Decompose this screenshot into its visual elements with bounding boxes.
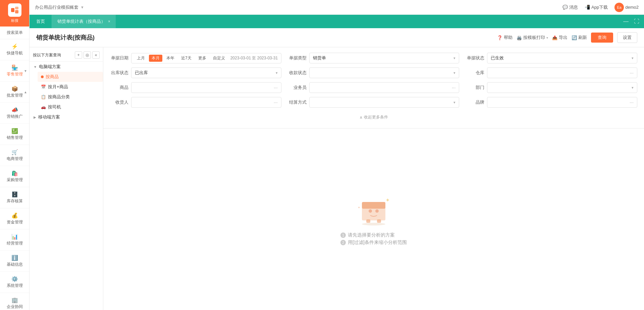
user-menu-button[interactable]: Ea demo2 — [614, 3, 639, 12]
sidebar-logo: 标搜 — [0, 0, 29, 27]
tree-item-category-label: 按商品分类 — [48, 94, 70, 100]
avatar: Ea — [614, 3, 624, 12]
quick-nav-label: 快捷导航 — [7, 50, 23, 56]
sidebar-item-marketing[interactable]: 📣 营销推广 — [0, 103, 29, 124]
svg-rect-4 — [362, 202, 385, 209]
print-button[interactable]: 🖨️ 按模板打印 ▾ — [517, 35, 548, 41]
date-label: 单据日期 — [110, 55, 128, 61]
search-menu-label[interactable]: 搜索菜单 — [7, 30, 23, 36]
sidebar-item-purchase[interactable]: 🛍️ 采购管理 — [0, 166, 29, 187]
type-dropdown-icon: ▾ — [453, 56, 455, 60]
warehouse-control[interactable]: ··· — [487, 67, 637, 78]
status-control[interactable]: 已生效 ▾ — [487, 53, 637, 63]
filter-goods-item: 商品 ··· — [110, 82, 281, 93]
sidebar-item-inventory[interactable]: 🗄️ 库存核算 — [0, 187, 29, 208]
date-btn-this-month[interactable]: 本月 — [149, 55, 162, 62]
industry-label: 办公用品行业模拟账套 — [35, 4, 78, 10]
retail-icon: 🏪 — [11, 64, 18, 71]
inventory-label: 库存核算 — [7, 198, 23, 204]
edit-scheme-button[interactable]: ◎ — [84, 51, 91, 59]
type-control[interactable]: 销货单 ▾ — [309, 53, 460, 63]
tab-minimize-icon[interactable]: — — [622, 17, 630, 26]
date-btn-this-year[interactable]: 本年 — [164, 55, 177, 62]
sidebar-item-basic[interactable]: ℹ️ 基础信息 — [0, 251, 29, 272]
download-icon: 📲 — [585, 5, 590, 10]
sidebar-item-retail[interactable]: 🏪 零售管理 ▼ — [0, 60, 29, 82]
tree-item-by-goods[interactable]: 按商品 — [38, 72, 103, 82]
outbound-control[interactable]: 已出库 ▾ — [131, 67, 281, 78]
filter-date-item: 单据日期 上月 本月 本年 近7天 更多 自定义 2023-03-01 至 20… — [110, 53, 281, 63]
user-name-label: demo2 — [625, 5, 639, 10]
collapse-panel-button[interactable]: « — [92, 51, 100, 59]
refresh-button[interactable]: 🔄 刷新 — [572, 35, 587, 41]
tree-item-by-category[interactable]: 📋 按商品分类 — [38, 92, 103, 102]
brand-control[interactable]: ··· — [487, 97, 637, 108]
sidebar-item-wholesale[interactable]: 📦 批发管理 ▲ — [0, 82, 29, 103]
staff-label: 业务员 — [288, 85, 307, 91]
receiver-dots-icon[interactable]: ··· — [274, 100, 278, 105]
tab-home[interactable]: 首页 — [30, 15, 52, 28]
empty-state: ✦ ✦ 1 请先选择要分析的方案 2 用[过滤]条件来缩小分析范围 — [103, 128, 644, 310]
filter-row-3: 商品 ··· 业务员 ··· — [110, 82, 637, 93]
date-btn-more[interactable]: 更多 — [196, 55, 209, 62]
goods-control[interactable]: ··· — [131, 82, 281, 93]
tree-desktop-group[interactable]: ▼ 电脑端方案 — [30, 62, 103, 72]
main-area: 办公用品行业模拟账套 ▾ 💬 消息 📲 App下载 Ea demo2 首页 — [30, 0, 644, 310]
sidebar-item-quick-nav[interactable]: ⚡ 快捷导航 — [0, 39, 29, 60]
settings-button[interactable]: 设置 — [617, 32, 637, 43]
tree-item-driver-label: 按司机 — [48, 104, 61, 110]
marketing-label: 营销推广 — [7, 114, 23, 119]
status-dropdown-icon: ▾ — [632, 56, 634, 60]
svg-point-9 — [362, 223, 385, 225]
goods-dots-icon[interactable]: ··· — [274, 85, 278, 90]
query-button[interactable]: 查询 — [591, 33, 613, 43]
tab-bar-actions: — ⛶ — [622, 15, 644, 28]
page-content: 销货单统计表(按商品) ❓ 帮助 🖨️ 按模板打印 ▾ 📤 导出 🔄 刷新 — [30, 28, 644, 310]
receiver-control[interactable]: ··· — [131, 97, 281, 108]
sidebar-item-operations[interactable]: 📊 经营管理 — [0, 229, 29, 251]
filter-staff-item: 业务员 ··· — [288, 82, 460, 93]
tree-item-month-goods-label: 按月+商品 — [48, 84, 68, 90]
tree-item-by-driver[interactable]: 🚗 按司机 — [38, 102, 103, 112]
tab-maximize-icon[interactable]: ⛶ — [633, 17, 641, 26]
tab-close-icon[interactable]: × — [108, 19, 110, 24]
sidebar-search[interactable]: 搜索菜单 — [0, 27, 29, 39]
ecommerce-icon: 🛒 — [11, 149, 18, 155]
svg-rect-0 — [11, 8, 14, 12]
sidebar-item-enterprise[interactable]: 🏢 企业协同 — [0, 293, 29, 310]
app-download-button[interactable]: 📲 App下载 — [585, 4, 608, 10]
inventory-icon: 🗄️ — [11, 191, 18, 198]
date-btn-custom[interactable]: 自定义 — [210, 55, 228, 62]
payment-control[interactable]: ▾ — [309, 67, 460, 78]
sidebar-item-finance[interactable]: 💰 资金管理 — [0, 208, 29, 229]
warehouse-label: 仓库 — [466, 70, 484, 76]
settlement-control[interactable]: ▾ — [309, 97, 460, 108]
staff-dots-icon[interactable]: ··· — [452, 85, 456, 90]
warehouse-dots-icon[interactable]: ··· — [630, 70, 634, 75]
status-value: 已生效 — [491, 55, 504, 61]
brand-dots-icon[interactable]: ··· — [630, 100, 634, 105]
export-button[interactable]: 📤 导出 — [552, 35, 568, 41]
sidebar-item-ecommerce[interactable]: 🛒 电商管理 — [0, 145, 29, 166]
date-btn-last-month[interactable]: 上月 — [134, 55, 148, 62]
right-panel: 单据日期 上月 本月 本年 近7天 更多 自定义 2023-03-01 至 20… — [103, 47, 644, 310]
help-button[interactable]: ❓ 帮助 — [497, 35, 513, 41]
message-button[interactable]: 💬 消息 — [562, 4, 578, 10]
status-label: 单据状态 — [466, 55, 484, 61]
finance-label: 资金管理 — [7, 219, 23, 225]
tree-mobile-group[interactable]: ▶ 移动端方案 — [30, 112, 103, 122]
tree-item-by-month-goods[interactable]: 📅 按月+商品 — [38, 82, 103, 92]
add-scheme-button[interactable]: + — [75, 51, 82, 59]
staff-control[interactable]: ··· — [309, 82, 460, 93]
outbound-value: 已出库 — [135, 70, 148, 76]
date-btn-7days[interactable]: 近7天 — [178, 55, 194, 62]
sidebar-item-sales[interactable]: 💹 销售管理 — [0, 124, 29, 145]
avatar-text: Ea — [617, 5, 622, 9]
dept-control[interactable]: ▾ — [487, 82, 637, 93]
tab-active[interactable]: 销货单统计表（按商品） × — [52, 15, 116, 28]
collapse-bar[interactable]: ∧ 收起更多条件 — [110, 112, 637, 123]
svg-text:✦: ✦ — [385, 197, 390, 203]
filter-type-item: 单据类型 销货单 ▾ — [288, 53, 460, 63]
sidebar-item-system[interactable]: ⚙️ 系统管理 — [0, 272, 29, 293]
tab-active-label: 销货单统计表（按商品） — [57, 18, 105, 24]
